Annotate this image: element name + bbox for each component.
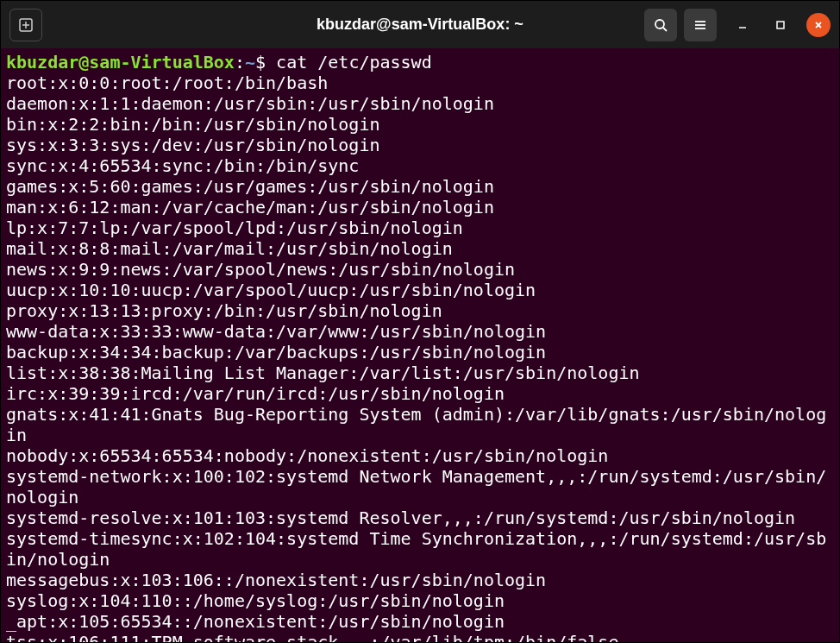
output-line: gnats:x:41:41:Gnats Bug-Reporting System…: [6, 404, 834, 445]
prompt-path: ~: [245, 52, 255, 72]
output-line: man:x:6:12:man:/var/cache/man:/usr/sbin/…: [6, 197, 834, 217]
output-line: _apt:x:105:65534::/nonexistent:/usr/sbin…: [6, 611, 834, 632]
maximize-icon: [775, 20, 786, 30]
output-line: daemon:x:1:1:daemon:/usr/sbin:/usr/sbin/…: [6, 93, 834, 114]
output-line: syslog:x:104:110::/home/syslog:/usr/sbin…: [6, 590, 834, 611]
output-line: backup:x:34:34:backup:/var/backups:/usr/…: [6, 342, 834, 362]
output-line: messagebus:x:103:106::/nonexistent:/usr/…: [6, 570, 834, 590]
search-icon: [654, 18, 668, 32]
menu-button[interactable]: [684, 9, 717, 41]
window-titlebar: kbuzdar@sam-VirtualBox: ~: [1, 1, 839, 48]
close-icon: [813, 20, 824, 30]
output-line: uucp:x:10:10:uucp:/var/spool/uucp:/usr/s…: [6, 280, 834, 300]
output-line: games:x:5:60:games:/usr/games:/usr/sbin/…: [6, 176, 834, 197]
output-line: list:x:38:38:Mailing List Manager:/var/l…: [6, 362, 834, 383]
output-line: nobody:x:65534:65534:nobody:/nonexistent…: [6, 445, 834, 466]
output-line: proxy:x:13:13:proxy:/bin:/usr/sbin/nolog…: [6, 300, 834, 321]
output-line: sys:x:3:3:sys:/dev:/usr/sbin/nologin: [6, 135, 834, 155]
search-button[interactable]: [644, 9, 677, 41]
prompt-user-host: kbuzdar@sam-VirtualBox: [6, 52, 235, 72]
output-line: systemd-timesync:x:102:104:systemd Time …: [6, 528, 834, 570]
minimize-button[interactable]: [730, 13, 755, 37]
new-tab-button[interactable]: [9, 9, 42, 41]
maximize-button[interactable]: [768, 13, 793, 37]
prompt-separator: :: [235, 52, 245, 72]
output-line: systemd-resolve:x:101:103:systemd Resolv…: [6, 507, 834, 528]
output-line: www-data:x:33:33:www-data:/var/www:/usr/…: [6, 321, 834, 342]
output-line: irc:x:39:39:ircd:/var/run/ircd:/usr/sbin…: [6, 383, 834, 404]
svg-rect-9: [777, 22, 784, 28]
prompt-dollar: $: [255, 52, 266, 72]
terminal-body[interactable]: kbuzdar@sam-VirtualBox:~$ cat /etc/passw…: [1, 48, 839, 643]
minimize-icon: [737, 20, 748, 30]
output-line: systemd-network:x:100:102:systemd Networ…: [6, 466, 834, 507]
output-line: root:x:0:0:root:/root:/bin/bash: [6, 72, 834, 93]
output-line: sync:x:4:65534:sync:/bin:/bin/sync: [6, 155, 834, 176]
svg-point-3: [655, 20, 664, 28]
window-title: kbuzdar@sam-VirtualBox: ~: [317, 16, 523, 34]
close-button[interactable]: [806, 13, 831, 37]
svg-line-4: [663, 28, 667, 31]
output-line: lp:x:7:7:lp:/var/spool/lpd:/usr/sbin/nol…: [6, 217, 834, 238]
output-line: tss:x:106:111:TPM software stack,,,:/var…: [6, 632, 834, 643]
output-line: bin:x:2:2:bin:/bin:/usr/sbin/nologin: [6, 114, 834, 135]
hamburger-icon: [693, 18, 707, 32]
command-text: cat /etc/passwd: [266, 52, 432, 72]
titlebar-right-controls: [644, 9, 831, 41]
output-line: mail:x:8:8:mail:/var/mail:/usr/sbin/nolo…: [6, 238, 834, 259]
output-line: news:x:9:9:news:/var/spool/news:/usr/sbi…: [6, 259, 834, 280]
new-tab-icon: [18, 17, 34, 33]
